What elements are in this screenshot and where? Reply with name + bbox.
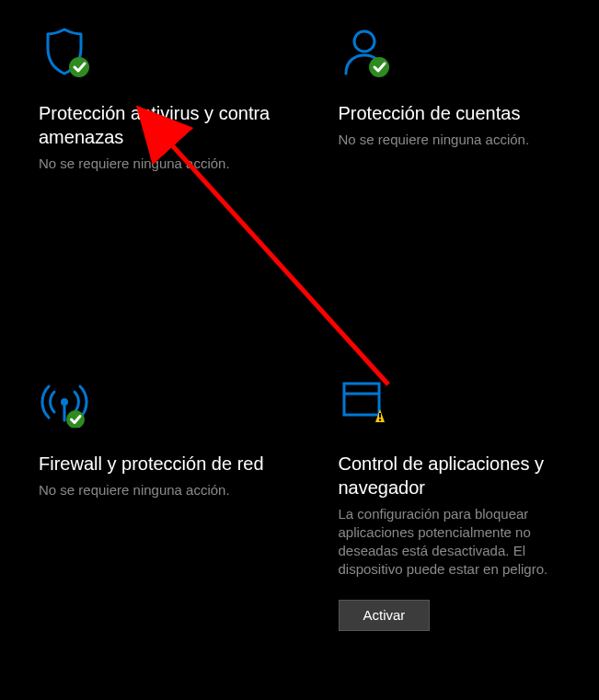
- tile-firewall[interactable]: Firewall y protección de red No se requi…: [0, 350, 300, 701]
- tile-subtitle: No se requiere ninguna acción.: [339, 131, 569, 149]
- tile-antivirus[interactable]: Protección antivirus y contra amenazas N…: [0, 0, 300, 350]
- security-dashboard: Protección antivirus y contra amenazas N…: [0, 0, 599, 700]
- svg-rect-6: [344, 384, 379, 415]
- tile-subtitle: No se requiere ninguna acción.: [39, 155, 269, 173]
- svg-point-9: [378, 419, 380, 420]
- person-icon: [339, 22, 576, 81]
- svg-point-5: [66, 410, 85, 428]
- shield-icon: [39, 22, 276, 81]
- tile-app-browser[interactable]: Control de aplicaciones y navegador La c…: [300, 350, 600, 701]
- tile-title: Protección de cuentas: [339, 101, 576, 125]
- activate-button[interactable]: Activar: [339, 600, 431, 631]
- tile-subtitle: La configuración para bloquear aplicacio…: [339, 505, 569, 580]
- tile-title: Firewall y protección de red: [39, 452, 276, 476]
- tile-title: Control de aplicaciones y navegador: [339, 452, 576, 499]
- tile-title: Protección antivirus y contra amenazas: [39, 101, 276, 149]
- svg-point-0: [69, 57, 89, 77]
- svg-point-1: [354, 31, 374, 52]
- tile-subtitle: No se requiere ninguna acción.: [39, 481, 269, 499]
- tile-account[interactable]: Protección de cuentas No se requiere nin…: [300, 0, 600, 350]
- browser-warning-icon: [339, 373, 576, 431]
- svg-point-2: [369, 57, 389, 77]
- radio-icon: [39, 373, 276, 431]
